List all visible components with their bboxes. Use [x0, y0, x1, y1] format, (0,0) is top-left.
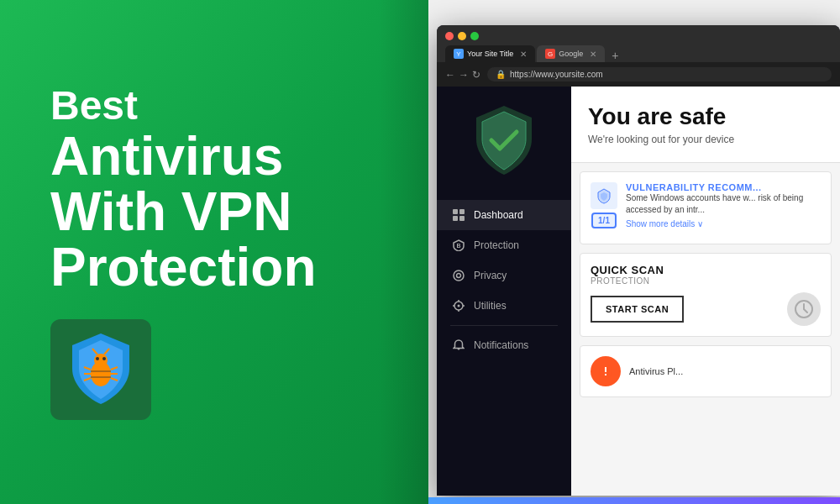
headline-antivirus: Antivirus	[50, 129, 386, 183]
svg-rect-15	[459, 209, 465, 214]
vuln-text: Some Windows accounts have w... risk of …	[626, 192, 821, 216]
nav-label-notifications: Notifications	[474, 339, 528, 351]
address-text: https://www.yoursite.com	[510, 70, 603, 79]
tab-close-1[interactable]: ✕	[520, 50, 527, 59]
dot-red[interactable]	[445, 32, 454, 40]
nav-item-notifications[interactable]: Notifications	[437, 330, 571, 360]
nav-label-dashboard: Dashboard	[474, 209, 523, 221]
nav-item-privacy[interactable]: Privacy	[437, 260, 571, 291]
nav-item-dashboard[interactable]: Dashboard	[437, 200, 571, 230]
vuln-link-text: Show more details	[626, 219, 695, 228]
right-section: Y Your Site Title ✕ G Google ✕ + ← → ↻	[428, 0, 840, 504]
av-sidebar: Dashboard B Protection	[437, 87, 571, 496]
tab-active[interactable]: Y Your Site Title ✕	[445, 45, 535, 62]
new-tab-button[interactable]: +	[606, 49, 623, 62]
scan-title: QUICK SCAN	[591, 264, 821, 276]
bottom-bar	[428, 497, 840, 504]
av-header: You are safe We're looking out for your …	[571, 87, 840, 163]
nav-label-protection: Protection	[474, 239, 519, 251]
dot-green[interactable]	[470, 32, 479, 40]
headline-protection: Protection	[50, 240, 386, 294]
vulnerability-card: 1/1 VULNERABILITY RECOMM... Some Windows…	[580, 171, 832, 244]
nav-label-utilities: Utilities	[474, 300, 507, 312]
lock-icon: 🔒	[496, 70, 506, 79]
browser-window: Y Your Site Title ✕ G Google ✕ + ← → ↻	[437, 25, 840, 496]
svg-rect-29	[605, 367, 606, 372]
utilities-icon	[452, 299, 465, 312]
browser-content: Dashboard B Protection	[437, 87, 840, 496]
tab-close-2[interactable]: ✕	[590, 50, 596, 59]
av-main-panel: You are safe We're looking out for your …	[571, 87, 840, 496]
svg-point-3	[102, 357, 106, 360]
svg-point-19	[454, 270, 464, 281]
safe-subtitle: We're looking out for your device	[588, 134, 823, 145]
svg-rect-30	[605, 374, 606, 375]
nav-arrows: ← → ↻	[445, 69, 480, 81]
browser-tabs: Y Your Site Title ✕ G Google ✕ +	[445, 45, 832, 62]
vuln-content: VULNERABILITY RECOMM... Some Windows acc…	[626, 182, 821, 228]
safe-title: You are safe	[588, 103, 823, 130]
tab-favicon-1: Y	[454, 49, 464, 59]
headline-best: Best	[50, 84, 386, 129]
forward-arrow[interactable]: →	[459, 69, 469, 81]
tab-label-2: Google	[559, 50, 583, 58]
browser-navbar: ← → ↻ 🔒 https://www.yoursite.com	[437, 62, 840, 87]
tab-favicon-2: G	[545, 49, 555, 59]
browser-dots	[445, 32, 832, 40]
nav-divider	[450, 325, 558, 326]
tab-label-1: Your Site Title	[467, 50, 513, 58]
browser-chrome: Y Your Site Title ✕ G Google ✕ +	[437, 25, 840, 62]
privacy-icon	[452, 269, 465, 282]
dot-yellow[interactable]	[458, 32, 466, 40]
vuln-icon	[591, 182, 617, 209]
partial-card: Antivirus Pl...	[580, 345, 832, 397]
nav-item-protection[interactable]: B Protection	[437, 230, 571, 260]
back-arrow[interactable]: ←	[445, 69, 455, 81]
av-logo-shield	[470, 103, 538, 179]
scan-subtitle: PROTECTION	[591, 276, 821, 286]
svg-point-20	[457, 274, 461, 278]
vuln-title: VULNERABILITY RECOMM...	[626, 182, 821, 192]
svg-point-1	[94, 354, 108, 367]
nav-label-privacy: Privacy	[474, 270, 507, 281]
vuln-badge: 1/1	[591, 213, 617, 228]
svg-point-22	[458, 305, 460, 307]
dashboard-icon	[452, 208, 465, 222]
svg-point-2	[96, 357, 99, 360]
badge-container	[50, 319, 151, 420]
tab-google[interactable]: G Google ✕	[537, 45, 605, 62]
vuln-header: 1/1 VULNERABILITY RECOMM... Some Windows…	[591, 182, 821, 228]
shield-badge-icon	[67, 332, 134, 407]
address-bar[interactable]: 🔒 https://www.yoursite.com	[487, 67, 832, 81]
svg-rect-14	[453, 209, 458, 214]
partial-card-icon	[591, 356, 621, 386]
svg-text:B: B	[456, 243, 460, 249]
svg-rect-17	[459, 216, 465, 221]
quick-scan-card: QUICK SCAN PROTECTION START SCAN	[580, 253, 832, 337]
headline-with-vpn: With VPN	[50, 185, 386, 239]
nav-item-utilities[interactable]: Utilities	[437, 291, 571, 321]
scan-circle-icon	[787, 292, 821, 326]
partial-card-text: Antivirus Pl...	[629, 366, 683, 376]
start-scan-button[interactable]: START SCAN	[591, 296, 684, 323]
svg-rect-16	[453, 216, 458, 221]
protection-icon: B	[452, 239, 465, 252]
refresh-arrow[interactable]: ↻	[472, 69, 480, 81]
notifications-icon	[452, 339, 465, 352]
left-section: Best Antivirus With VPN Protection	[0, 0, 428, 504]
chevron-down-icon: ∨	[697, 219, 703, 228]
vuln-link[interactable]: Show more details ∨	[626, 219, 821, 228]
scan-content: START SCAN	[591, 292, 821, 326]
